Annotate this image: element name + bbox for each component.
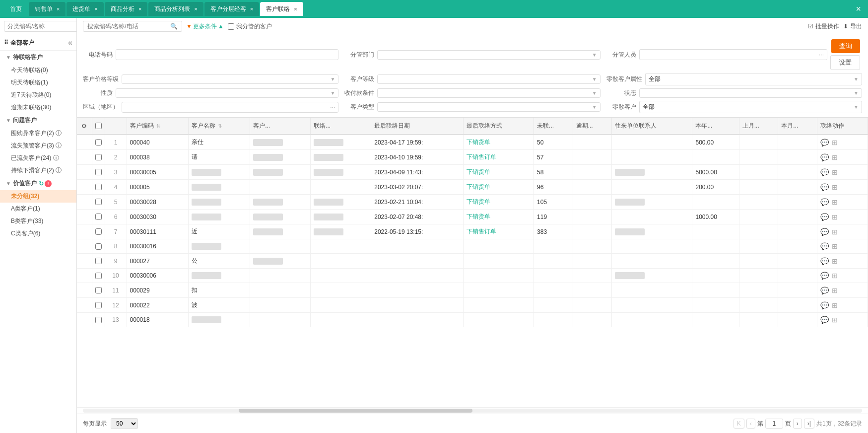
sidebar-item-churned[interactable]: 已流失客户(24) ⓘ — [0, 152, 76, 164]
sidebar-item-7days-pending[interactable]: 近7天待联络(0) — [0, 89, 76, 101]
my-customers-checkbox[interactable]: 我分管的客户 — [228, 22, 272, 31]
message-icon[interactable]: 💬 — [820, 168, 829, 176]
message-icon[interactable]: 💬 — [820, 213, 829, 221]
close-icon[interactable]: × — [94, 6, 97, 12]
query-button[interactable]: 查询 — [831, 39, 860, 53]
tab-sales-order[interactable]: 销售单 × — [29, 2, 66, 16]
row-checkbox[interactable] — [95, 184, 102, 190]
tab-customer-segment[interactable]: 客户分层经客 × — [204, 2, 259, 16]
dots-icon[interactable]: ··· — [819, 51, 824, 58]
grid-action-icon[interactable]: ⊞ — [832, 257, 838, 265]
message-icon[interactable]: 💬 — [820, 183, 829, 191]
close-icon[interactable]: × — [194, 6, 197, 12]
scrollbar-thumb[interactable] — [239, 409, 472, 413]
page-size-select[interactable]: 50 20 100 — [111, 418, 138, 429]
tab-purchase-order[interactable]: 进货单 × — [67, 2, 103, 16]
last-method-link[interactable]: 下销货单 — [467, 168, 490, 175]
grid-action-icon[interactable]: ⊞ — [832, 301, 838, 309]
row-checkbox[interactable] — [95, 258, 102, 264]
last-method-link[interactable]: 下销售订单 — [467, 153, 496, 160]
close-icon[interactable]: × — [138, 6, 141, 12]
price-level-select[interactable]: ▼ — [122, 74, 338, 84]
message-icon[interactable]: 💬 — [820, 242, 829, 250]
sidebar-group-value-customers[interactable]: ▼ 价值客户 ↻ ! — [0, 177, 76, 190]
last-method-link[interactable]: 下销货单 — [467, 213, 490, 220]
th-settings[interactable]: ⚙ — [77, 118, 92, 135]
sidebar-item-hoarding-abnormal[interactable]: 囤购异常客户(2) ⓘ — [0, 127, 76, 140]
tab-customer-contact[interactable]: 客户联络 × — [260, 2, 303, 16]
reset-button[interactable]: 设置 — [830, 55, 860, 70]
export-button[interactable]: ⬇ 导出 — [843, 22, 862, 31]
row-checkbox[interactable] — [95, 243, 102, 250]
close-icon[interactable]: × — [294, 6, 297, 12]
sidebar-item-churn-warning[interactable]: 流失预警客户(3) ⓘ — [0, 140, 76, 152]
last-method-link[interactable]: 下销售订单 — [467, 228, 496, 235]
dept-select[interactable]: ▼ — [377, 50, 600, 60]
row-checkbox[interactable] — [95, 228, 102, 235]
grid-action-icon[interactable]: ⊞ — [832, 139, 838, 146]
my-customers-check[interactable] — [228, 23, 234, 30]
payment-select[interactable]: ▼ — [377, 88, 600, 98]
th-customer-code[interactable]: 客户编码 ⇅ — [127, 118, 188, 135]
search-icon[interactable]: 🔍 — [170, 23, 178, 30]
sidebar-group-pending-contact[interactable]: ▼ 待联络客户 — [0, 51, 76, 64]
sidebar-item-declining[interactable]: 持续下滑客户(2) ⓘ — [0, 164, 76, 177]
grid-action-icon[interactable]: ⊞ — [832, 168, 838, 176]
sidebar-item-class-c[interactable]: C类客户(6) — [0, 227, 76, 240]
customer-level-select[interactable]: ▼ — [377, 74, 600, 84]
message-icon[interactable]: 💬 — [820, 153, 829, 161]
grid-action-icon[interactable]: ⊞ — [832, 183, 838, 191]
first-page-button[interactable]: K — [734, 419, 744, 429]
sidebar-item-unclassified[interactable]: 未分组(32) — [0, 190, 76, 203]
zero-customer-select[interactable]: 全部 ▼ — [639, 101, 862, 113]
message-icon[interactable]: 💬 — [820, 272, 829, 280]
row-checkbox[interactable] — [95, 214, 102, 220]
prev-page-button[interactable]: ‹ — [746, 419, 755, 429]
next-page-button[interactable]: › — [793, 419, 802, 429]
grid-action-icon[interactable]: ⊞ — [832, 228, 838, 236]
row-checkbox[interactable] — [95, 169, 102, 175]
message-icon[interactable]: 💬 — [820, 257, 829, 265]
zero-attr-select[interactable]: 全部 ▼ — [645, 73, 862, 85]
row-checkbox[interactable] — [95, 287, 102, 293]
grid-action-icon[interactable]: ⊞ — [832, 242, 838, 250]
sidebar-item-class-b[interactable]: B类客户(33) — [0, 215, 76, 227]
last-method-link[interactable]: 下销货单 — [467, 139, 490, 145]
select-all-checkbox[interactable] — [95, 123, 102, 129]
message-icon[interactable]: 💬 — [820, 139, 829, 146]
row-checkbox[interactable] — [95, 317, 102, 323]
customer-type-select[interactable]: ▼ — [377, 102, 600, 112]
row-checkbox[interactable] — [95, 302, 102, 308]
last-page-button[interactable]: ›| — [804, 419, 814, 429]
row-checkbox[interactable] — [95, 273, 102, 279]
close-all-tabs-button[interactable]: × — [853, 4, 864, 14]
message-icon[interactable]: 💬 — [820, 301, 829, 309]
collapse-sidebar-icon[interactable]: « — [68, 38, 72, 47]
row-checkbox[interactable] — [95, 199, 102, 205]
more-conditions-button[interactable]: ▼ 更多条件 ▲ — [186, 22, 224, 31]
grid-action-icon[interactable]: ⊞ — [832, 316, 838, 324]
all-customers-header[interactable]: ⠿ 全部客户 « — [0, 35, 76, 51]
batch-operate-button[interactable]: ☑ 批量操作 — [808, 22, 839, 31]
row-checkbox[interactable] — [95, 139, 102, 145]
phone-input[interactable] — [116, 49, 338, 60]
refresh-icon[interactable]: ↻ — [39, 180, 44, 187]
close-icon[interactable]: × — [57, 6, 60, 12]
region-select[interactable]: ··· — [122, 102, 338, 113]
status-select[interactable]: ▼ — [639, 88, 862, 98]
sidebar-item-class-a[interactable]: A类客户(1) — [0, 203, 76, 215]
dots-icon[interactable]: ··· — [330, 104, 335, 111]
row-checkbox[interactable] — [95, 154, 102, 160]
last-method-link[interactable]: 下销货单 — [467, 183, 490, 190]
message-icon[interactable]: 💬 — [820, 228, 829, 236]
sidebar-search-input[interactable] — [4, 21, 77, 32]
search-input[interactable] — [87, 23, 168, 30]
message-icon[interactable]: 💬 — [820, 316, 829, 324]
person-select[interactable]: ··· — [639, 49, 827, 60]
th-customer-name[interactable]: 客户名称 ⇅ — [188, 118, 250, 135]
horizontal-scrollbar[interactable] — [83, 409, 862, 413]
grid-action-icon[interactable]: ⊞ — [832, 272, 838, 280]
message-icon[interactable]: 💬 — [820, 198, 829, 206]
grid-action-icon[interactable]: ⊞ — [832, 287, 838, 294]
grid-action-icon[interactable]: ⊞ — [832, 213, 838, 221]
